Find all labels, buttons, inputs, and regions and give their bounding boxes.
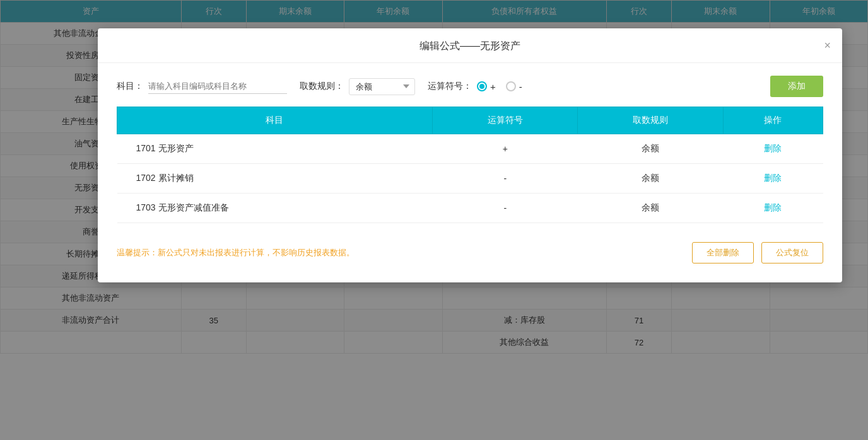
formula-header-cell: 科目 [117, 107, 433, 134]
formula-action-cell: 删除 [723, 134, 823, 164]
operator-label: 运算符号： [428, 81, 472, 92]
modal-footer: 温馨提示：新公式只对未出报表进行计算，不影响历史报表数据。 全部删除 公式复位 [98, 223, 842, 270]
subject-group: 科目： [117, 79, 287, 94]
operator-minus-radio[interactable] [506, 81, 516, 91]
formula-table-row: 1701 无形资产+余额删除 [117, 134, 823, 164]
modal-close-button[interactable]: × [824, 40, 831, 51]
formula-operator-cell: + [432, 134, 578, 164]
formula-table-row: 1703 无形资产减值准备-余额删除 [117, 194, 823, 223]
operator-radio-group: + - [477, 81, 522, 92]
subject-label: 科目： [117, 81, 143, 92]
rule-label: 取数规则： [300, 81, 344, 92]
edit-formula-modal: 编辑公式——无形资产 × 科目： 取数规则： 余额 借方 贷方 借方发生额 贷方… [98, 28, 842, 282]
formula-header-cell: 取数规则 [578, 107, 724, 134]
formula-table: 科目运算符号取数规则操作 1701 无形资产+余额删除1702 累计摊销-余额删… [117, 107, 823, 223]
subject-input[interactable] [148, 79, 287, 94]
delete-row-link[interactable]: 删除 [764, 143, 782, 153]
formula-header-cell: 操作 [723, 107, 823, 134]
formula-subject-cell: 1703 无形资产减值准备 [117, 194, 433, 223]
hint-text: 温馨提示：新公式只对未出报表进行计算，不影响历史报表数据。 [117, 247, 355, 258]
formula-rule-cell: 余额 [578, 194, 724, 223]
formula-form-row: 科目： 取数规则： 余额 借方 贷方 借方发生额 贷方发生额 运算符号： + [98, 63, 842, 107]
formula-rule-cell: 余额 [578, 164, 724, 194]
rule-group: 取数规则： 余额 借方 贷方 借方发生额 贷方发生额 [300, 78, 415, 95]
operator-minus-label: - [519, 81, 522, 92]
operator-group: 运算符号： + - [428, 81, 522, 92]
delete-row-link[interactable]: 删除 [764, 202, 782, 212]
formula-subject-cell: 1701 无形资产 [117, 134, 433, 164]
reset-formula-button[interactable]: 公式复位 [761, 242, 823, 263]
footer-buttons: 全部删除 公式复位 [692, 242, 823, 263]
operator-plus-radio[interactable] [477, 81, 487, 91]
formula-rule-cell: 余额 [578, 134, 724, 164]
formula-table-header-row: 科目运算符号取数规则操作 [117, 107, 823, 134]
formula-operator-cell: - [432, 164, 578, 194]
operator-plus-label: + [490, 81, 496, 92]
formula-table-body: 1701 无形资产+余额删除1702 累计摊销-余额删除1703 无形资产减值准… [117, 134, 823, 223]
modal-header: 编辑公式——无形资产 × [98, 28, 842, 63]
formula-subject-cell: 1702 累计摊销 [117, 164, 433, 194]
formula-operator-cell: - [432, 194, 578, 223]
rule-select[interactable]: 余额 借方 贷方 借方发生额 贷方发生额 [349, 78, 415, 95]
operator-plus-item[interactable]: + [477, 81, 496, 92]
formula-table-row: 1702 累计摊销-余额删除 [117, 164, 823, 194]
formula-action-cell: 删除 [723, 194, 823, 223]
formula-table-wrap: 科目运算符号取数规则操作 1701 无形资产+余额删除1702 累计摊销-余额删… [117, 107, 823, 223]
formula-action-cell: 删除 [723, 164, 823, 194]
operator-minus-item[interactable]: - [506, 81, 522, 92]
add-button[interactable]: 添加 [770, 76, 823, 97]
delete-all-button[interactable]: 全部删除 [692, 242, 754, 263]
rule-select-wrap: 余额 借方 贷方 借方发生额 贷方发生额 [349, 78, 415, 95]
modal-title: 编辑公式——无形资产 [419, 40, 520, 53]
formula-header-cell: 运算符号 [432, 107, 578, 134]
delete-row-link[interactable]: 删除 [764, 173, 782, 183]
